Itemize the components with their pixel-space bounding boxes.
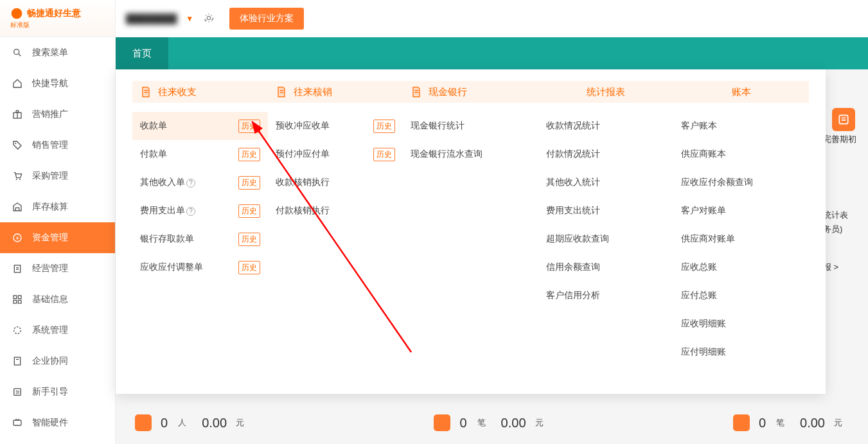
svg-text:新: 新 [15,390,20,395]
stat-amount: 0.00 [202,416,227,431]
menu-item-label: 现金银行流水查询 [411,148,483,160]
menu-item-label: 客户账本 [681,120,717,132]
floating-action-icon[interactable] [832,108,855,131]
menu-item[interactable]: 应收明细账 [673,310,809,338]
sidebar-item-label: 资金管理 [32,232,68,244]
sidebar-item-label: 营销推广 [32,109,68,120]
history-tag[interactable]: 历史 [238,204,260,218]
sidebar-item-quicknav[interactable]: 快捷导航 [0,68,115,99]
sidebar-item-label: 快捷导航 [32,78,68,89]
menu-item[interactable]: 供应商对账单 [673,225,809,253]
menu-item[interactable]: 付款单历史 [132,140,268,168]
menu-item[interactable]: 现金银行统计 [403,112,538,140]
help-icon: ? [186,207,195,216]
brand-block: 畅捷通好生意 标准版 [0,0,115,37]
search-icon [12,47,23,58]
history-tag[interactable]: 历史 [238,233,260,246]
menu-item-label: 预付冲应付单 [276,148,330,160]
menu-item-label: 收款核销执行 [276,177,330,188]
sidebar-item-base[interactable]: 基础信息 [0,284,115,315]
sidebar-item-label: 搜索菜单 [32,47,68,58]
svg-point-6 [19,179,21,180]
svg-line-1 [19,54,21,56]
chevron-down-icon[interactable]: ▼ [186,14,193,23]
menu-item[interactable]: 其他收入单?历史 [132,168,268,197]
history-tag[interactable]: 历史 [238,176,260,190]
menu-item[interactable]: 应付总账 [673,281,809,310]
history-tag[interactable]: 历史 [373,120,395,133]
menu-item-label: 供应商账本 [681,148,726,160]
sidebar-item-purchase[interactable]: 采购管理 [0,161,115,191]
hint-text: 统计表 [823,209,868,221]
stat-count-unit: 笔 [776,417,784,429]
menu-item[interactable]: 信用余额查询 [538,253,674,281]
history-tag[interactable]: 历史 [238,261,260,274]
menu-item[interactable]: 其他收入统计 [538,168,674,197]
menu-item[interactable]: 应付明细账 [673,338,809,366]
partial-right-text: 完善期初 统计表 务员) 报 > [823,134,868,299]
menu-item[interactable]: 应收应付余额查询 [673,168,809,197]
menu-item-label: 收款情况统计 [546,120,600,132]
menu-item[interactable]: 付款核销执行 [268,197,403,225]
menu-item[interactable]: 应收应付调整单历史 [132,253,268,281]
sidebar-item-label: 经营管理 [32,263,68,274]
funds-mega-menu: 往来收支收款单历史付款单历史其他收入单?历史费用支出单?历史银行存取款单历史应收… [116,69,826,394]
menu-item-label: 收款单 [140,120,167,132]
menu-column-header: 统计报表 [538,81,674,103]
svg-point-5 [16,179,17,180]
menu-column-header: 账本 [673,81,809,103]
gift-icon [12,109,23,120]
history-tag[interactable]: 历史 [373,148,395,161]
menu-item[interactable]: 银行存取款单历史 [132,225,268,253]
sidebar-item-guide[interactable]: 新新手引导 [0,377,115,407]
history-tag[interactable]: 历史 [238,148,260,161]
sidebar-item-funds[interactable]: ¥资金管理 [0,222,115,253]
sidebar-item-coop[interactable]: 企业协同 [0,346,115,377]
menu-item-label: 付款单 [140,148,167,160]
menu-item-label: 客户信用分析 [546,290,600,301]
menu-item[interactable]: 客户账本 [673,112,809,140]
cart-icon [12,170,23,182]
sidebar-item-promo[interactable]: 营销推广 [0,99,115,130]
menu-item[interactable]: 费用支出单?历史 [132,197,268,225]
help-icon: ? [186,179,195,188]
sidebar-item-sales[interactable]: 销售管理 [0,130,115,161]
warehouse-icon [12,201,23,213]
menu-item[interactable]: 现金银行流水查询 [403,140,538,168]
svg-rect-15 [18,300,21,303]
menu-item-label: 信用余额查询 [546,262,600,273]
menu-item[interactable]: 收款核销执行 [268,168,403,197]
menu-item[interactable]: 费用支出统计 [538,197,674,225]
sidebar-item-hw[interactable]: 智能硬件 [0,407,115,438]
menu-item[interactable]: 付款情况统计 [538,140,674,168]
menu-item[interactable]: 超期应收款查询 [538,225,674,253]
sidebar-item-label: 采购管理 [32,170,68,182]
menu-item[interactable]: 收款单历史 [132,112,268,140]
menu-item[interactable]: 预收冲应收单历史 [268,112,403,140]
menu-item-label: 费用支出单? [140,205,195,217]
sidebar-item-sys[interactable]: 系统管理 [0,315,115,346]
history-tag[interactable]: 历史 [238,120,260,133]
stat-amount-unit: 元 [236,417,244,429]
sidebar-item-search[interactable]: 搜索菜单 [0,37,115,68]
menu-item[interactable]: 客户信用分析 [538,281,674,310]
menu-item-label: 应付总账 [681,290,717,301]
sidebar-item-stock[interactable]: 库存核算 [0,191,115,222]
menu-item[interactable]: 收款情况统计 [538,112,674,140]
menu-item[interactable]: 客户对账单 [673,197,809,225]
menu-item[interactable]: 供应商账本 [673,140,809,168]
svg-text:¥: ¥ [16,235,19,241]
company-selector[interactable]: ████████ [126,13,177,24]
sidebar-item-biz[interactable]: 经营管理 [0,253,115,284]
tab-home[interactable]: 首页 [116,37,168,69]
topbar: ████████ ▼ 体验行业方案 [116,0,868,37]
stat-amount-unit: 元 [834,417,842,429]
tv-icon [12,417,23,429]
sidebar: 畅捷通好生意 标准版 搜索菜单快捷导航营销推广销售管理采购管理库存核算¥资金管理… [0,0,116,444]
trial-plan-button[interactable]: 体验行业方案 [229,8,304,30]
menu-item[interactable]: 应收总账 [673,253,809,281]
gear-icon[interactable] [204,13,214,25]
brand-edition: 标准版 [10,21,105,30]
tag-icon [12,139,23,151]
menu-item[interactable]: 预付冲应付单历史 [268,140,403,168]
